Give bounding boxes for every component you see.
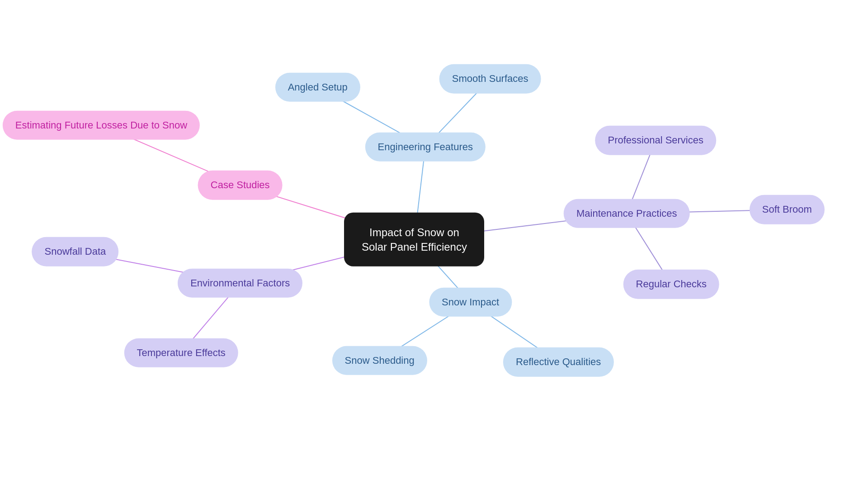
node-snow_impact: Snow Impact xyxy=(429,288,512,317)
node-snow_shedding: Snow Shedding xyxy=(332,346,427,375)
node-environmental_factors: Environmental Factors xyxy=(178,268,302,298)
node-reflective_qualities: Reflective Qualities xyxy=(503,347,613,377)
node-engineering_features: Engineering Features xyxy=(365,133,486,162)
node-soft_broom: Soft Broom xyxy=(750,195,825,224)
node-smooth_surfaces: Smooth Surfaces xyxy=(439,64,541,94)
node-regular_checks: Regular Checks xyxy=(623,270,720,299)
node-professional_services: Professional Services xyxy=(595,126,716,155)
node-angled_setup: Angled Setup xyxy=(275,72,360,102)
node-center: Impact of Snow on Solar Panel Efficiency xyxy=(344,213,484,266)
node-snowfall_data: Snowfall Data xyxy=(32,237,119,266)
node-estimating_future: Estimating Future Losses Due to Snow xyxy=(3,110,200,140)
mind-map: Impact of Snow on Solar Panel Efficiency… xyxy=(0,0,868,490)
node-case_studies: Case Studies xyxy=(198,171,283,200)
node-maintenance_practices: Maintenance Practices xyxy=(564,199,690,228)
node-temperature_effects: Temperature Effects xyxy=(124,338,238,367)
